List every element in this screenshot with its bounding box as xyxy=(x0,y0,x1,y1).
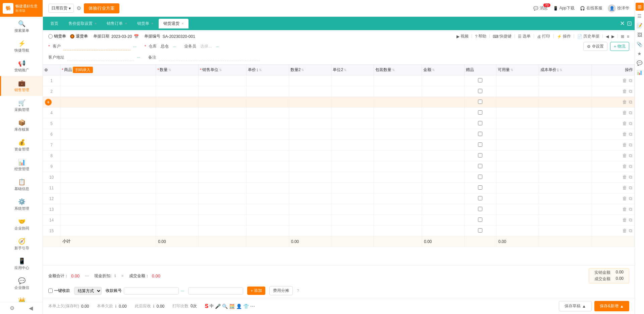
amount-cell[interactable] xyxy=(422,226,464,236)
unit2-cell[interactable] xyxy=(331,129,374,140)
copy-icon[interactable]: ⧉ xyxy=(629,99,632,105)
cost-price-cell[interactable] xyxy=(539,75,592,86)
gift-cell[interactable] xyxy=(464,86,496,97)
quantity2-cell[interactable] xyxy=(289,150,331,161)
amount-cell[interactable] xyxy=(422,183,464,193)
available-cell[interactable] xyxy=(496,140,539,150)
goods-input[interactable] xyxy=(62,186,154,190)
sidebar-item-guide[interactable]: 🧭新手引导 xyxy=(0,234,43,254)
sales-unit-cell[interactable] xyxy=(199,118,247,129)
radio-sales[interactable]: 销货单 xyxy=(48,34,66,39)
quantity-cell[interactable] xyxy=(156,97,199,108)
rp-icon-photo[interactable]: 🖼 xyxy=(636,31,644,39)
tab-close-sales-order[interactable]: × xyxy=(125,21,127,25)
save-new-btn[interactable]: 保存&新增 ▲ xyxy=(594,301,629,311)
quantity-cell[interactable] xyxy=(156,193,199,204)
sidebar-item-enterprise[interactable]: 🤝企业协同 xyxy=(0,214,43,234)
unit2-cell[interactable] xyxy=(331,150,374,161)
goods-cell[interactable] xyxy=(60,193,156,204)
gift-cell[interactable] xyxy=(464,226,496,236)
unit-price-cell[interactable] xyxy=(246,161,289,172)
sales-unit-cell[interactable] xyxy=(199,150,247,161)
available-cell[interactable] xyxy=(496,183,539,193)
copy-icon[interactable]: ⧉ xyxy=(629,88,632,94)
sales-unit-cell[interactable] xyxy=(199,204,247,215)
salesperson-select-btn[interactable]: ··· xyxy=(216,44,219,49)
copy-icon[interactable]: ⧉ xyxy=(629,142,632,148)
available-cell[interactable] xyxy=(496,108,539,118)
sales-unit-cell[interactable] xyxy=(199,172,247,183)
gift-checkbox[interactable] xyxy=(478,164,482,168)
cost-price-cell[interactable] xyxy=(539,86,592,97)
copy-icon[interactable]: ⧉ xyxy=(629,164,632,169)
gift-cell[interactable] xyxy=(464,183,496,193)
quantity-cell[interactable] xyxy=(156,226,199,236)
scan-btn[interactable]: 扫码录入 xyxy=(73,67,93,73)
rp-icon-table2[interactable]: 📊 xyxy=(636,68,644,76)
goods-input[interactable] xyxy=(62,164,154,169)
goods-cell[interactable] xyxy=(60,150,156,161)
delete-icon[interactable]: 🗑 xyxy=(622,164,627,169)
unit2-cell[interactable] xyxy=(331,215,374,226)
sidebar-item-sales[interactable]: 💼销售管理 xyxy=(0,76,43,96)
sales-unit-cell[interactable] xyxy=(199,86,247,97)
cost-price-cell[interactable] xyxy=(539,97,592,108)
unit-price-cell[interactable] xyxy=(246,129,289,140)
gift-checkbox[interactable] xyxy=(478,175,482,179)
quantity2-cell[interactable] xyxy=(289,226,331,236)
quantity-cell[interactable] xyxy=(156,215,199,226)
view-list-btn[interactable]: ≡ xyxy=(627,34,629,39)
quantity2-cell[interactable] xyxy=(289,140,331,150)
amount-cell[interactable] xyxy=(422,75,464,86)
goods-cell[interactable] xyxy=(60,118,156,129)
quantity-cell[interactable] xyxy=(156,172,199,183)
amount-cell[interactable] xyxy=(422,172,464,183)
delete-icon[interactable]: 🗑 xyxy=(622,228,627,234)
available-cell[interactable] xyxy=(496,226,539,236)
delete-icon[interactable]: 🗑 xyxy=(622,206,627,212)
sidebar-item-search[interactable]: 🔍搜索菜单 xyxy=(0,17,43,37)
amount-cell[interactable] xyxy=(422,204,464,215)
maximize-icon[interactable]: ⊡ xyxy=(627,20,632,27)
gift-cell[interactable] xyxy=(464,215,496,226)
tab-home[interactable]: 首页 xyxy=(46,19,63,28)
amount-cell[interactable] xyxy=(422,118,464,129)
unit2-cell[interactable] xyxy=(331,140,374,150)
amount-cell[interactable] xyxy=(422,215,464,226)
available-cell[interactable] xyxy=(496,75,539,86)
cost-price-cell[interactable] xyxy=(539,108,592,118)
rp-icon-attachment[interactable]: 📎 xyxy=(636,40,644,48)
toolbar-icon-search[interactable]: 🔍 xyxy=(222,304,228,309)
gift-cell[interactable] xyxy=(464,150,496,161)
gift-checkbox[interactable] xyxy=(478,153,482,158)
stat2-info-icon[interactable]: ℹ xyxy=(115,304,117,309)
address-select-btn[interactable]: ··· xyxy=(137,55,140,60)
goods-input[interactable] xyxy=(62,111,154,115)
history-btn[interactable]: 📄 历史单据 xyxy=(577,34,599,39)
sales-unit-cell[interactable] xyxy=(199,215,247,226)
gift-checkbox[interactable] xyxy=(478,207,482,211)
quantity-cell[interactable] xyxy=(156,150,199,161)
delete-icon[interactable]: 🗑 xyxy=(622,110,627,116)
tab-close-sales-return[interactable]: × xyxy=(181,21,183,25)
copy-icon[interactable]: ⧉ xyxy=(629,206,632,212)
quantity2-cell[interactable] xyxy=(289,129,331,140)
unit2-cell[interactable] xyxy=(331,204,374,215)
quantity-cell[interactable] xyxy=(156,108,199,118)
amount-cell[interactable] xyxy=(422,97,464,108)
quantity2-cell[interactable] xyxy=(289,183,331,193)
goods-input[interactable] xyxy=(62,89,154,94)
delete-icon[interactable]: 🗑 xyxy=(622,153,627,159)
tab-sales-order[interactable]: 销售订单× xyxy=(102,19,131,28)
unit-price-cell[interactable] xyxy=(246,86,289,97)
message-btn[interactable]: 💬 消息 70 xyxy=(533,5,548,11)
quantity-cell[interactable] xyxy=(156,86,199,97)
user-profile[interactable]: 👤 徐泽华 xyxy=(608,4,629,12)
package-qty-cell[interactable] xyxy=(374,75,422,86)
gift-cell[interactable] xyxy=(464,75,496,86)
add-logistics-btn[interactable]: + 物流 xyxy=(610,42,629,51)
copy-icon[interactable]: ⧉ xyxy=(629,196,632,201)
gift-checkbox[interactable] xyxy=(478,121,482,125)
tab-close-sales-delivery[interactable]: × xyxy=(151,21,153,25)
rp-icon-chat[interactable]: 💬 xyxy=(636,59,644,67)
